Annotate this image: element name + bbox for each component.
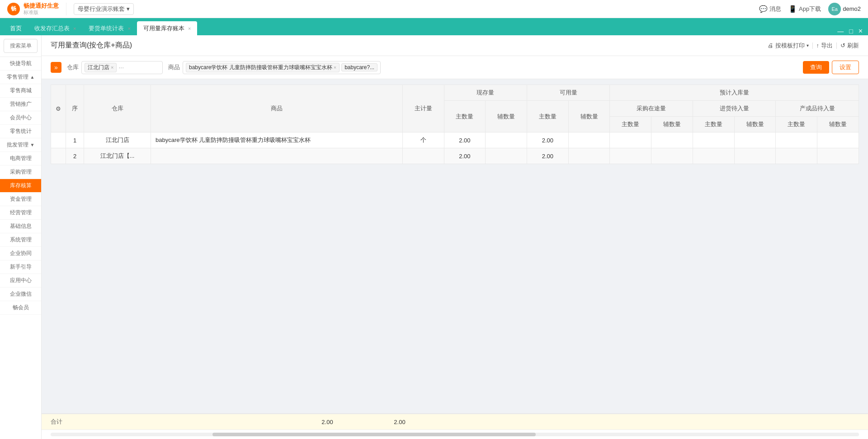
sidebar-item-wholesale[interactable]: 批发管理 ▼ [0, 138, 41, 152]
sidebar-item-appstore[interactable]: 应用中心 [0, 274, 41, 288]
sidebar-item-inventory[interactable]: 库存核算 [0, 179, 41, 193]
sidebar-item-enterprise[interactable]: 企业协同 [0, 247, 41, 260]
industry-select[interactable]: 母婴行业演示账套 ▾ [74, 3, 134, 15]
sidebar-item-vip[interactable]: 畅会员 [0, 301, 41, 315]
footer-label: 合计 [51, 418, 78, 426]
message-btn[interactable]: 💬 消息 [759, 5, 781, 13]
col-pur-pending-aux: 辅数量 [734, 117, 776, 132]
footer-stock-main: 2.00 [309, 419, 345, 425]
row1-warehouse: 江北门店 [84, 132, 151, 148]
col-stock-aux-header: 辅数量 [486, 101, 527, 132]
sidebar-item-ecommerce[interactable]: 电商管理 [0, 152, 41, 165]
export-btn[interactable]: ↑ 导出 [816, 42, 833, 50]
row2-avail-aux [568, 148, 610, 164]
col-product-header: 商品 [151, 85, 403, 132]
sidebar-item-wechat[interactable]: 企业微信 [0, 288, 41, 301]
col-settings-header[interactable]: ⚙ [51, 85, 66, 132]
content-area: 可用量查询(按仓库+商品) 🖨 按模板打印 ▾ ↑ 导出 ↺ 刷新 [42, 35, 868, 439]
search-menu-btn[interactable]: 搜索菜单 [4, 39, 38, 53]
nav-window-actions: — □ × [837, 27, 868, 35]
close-window-btn[interactable]: × [859, 27, 863, 35]
table-row: 2 江北门店【... 2.00 2.00 [51, 148, 859, 164]
close-receive-tab[interactable]: × [73, 26, 76, 31]
sidebar-quick-nav[interactable]: 快捷导航 [0, 57, 41, 71]
tab-demand[interactable]: 要货单统计表 × [82, 21, 137, 36]
row1-avail-aux [568, 132, 610, 148]
row2-avail-main: 2.00 [527, 148, 569, 164]
row2-pur-pending-aux [734, 148, 776, 164]
product-tag-1-close[interactable]: × [334, 65, 336, 70]
print-btn[interactable]: 🖨 按模板打印 ▾ [768, 42, 809, 50]
product-tag-1: babycare学饮杯 儿童防摔防撞吸管杯重力球吸嘴杯宝宝水杯 × [186, 63, 340, 72]
row2-no: 2 [66, 148, 84, 164]
app-name: 畅捷通好生意 [24, 2, 59, 9]
col-prod-pending-main: 主数量 [776, 117, 817, 132]
product-tag-2: babycare?... [341, 63, 377, 71]
sidebar-item-purchase[interactable]: 采购管理 [0, 165, 41, 179]
sidebar-item-retail-stats[interactable]: 零售统计 [0, 125, 41, 138]
row2-stock-aux [486, 148, 527, 164]
row1-pur-transit-main [610, 132, 651, 148]
table-footer: 合计 2.00 2.00 [42, 413, 868, 430]
col-warehouse-header: 仓库 [84, 85, 151, 132]
col-pur-transit-main: 主数量 [610, 117, 651, 132]
main-layout: 搜索菜单 快捷导航 零售管理 ▲ 零售商城 营销推广 会员中心 零售统计 批发管… [0, 35, 868, 439]
warehouse-more[interactable]: ··· [118, 64, 124, 71]
product-filter-group: 商品 babycare学饮杯 儿童防摔防撞吸管杯重力球吸嘴杯宝宝水杯 × bab… [168, 61, 381, 74]
filter-area: » 仓库 江北门店 × ··· 商品 babycare学饮杯 儿童防摔防撞吸管杯… [42, 56, 868, 79]
sidebar-item-finance[interactable]: 资金管理 [0, 193, 41, 206]
row1-unit: 个 [402, 132, 444, 148]
sidebar-item-member[interactable]: 会员中心 [0, 111, 41, 125]
footer-cells: 2.00 2.00 [78, 419, 859, 425]
col-pur-pending-header: 进货待入量 [693, 101, 775, 117]
row1-prod-pending-aux [817, 132, 859, 148]
sidebar-item-retail-shop[interactable]: 零售商城 [0, 84, 41, 98]
settings-btn[interactable]: 设置 [832, 61, 859, 74]
warehouse-filter-group: 仓库 江北门店 × ··· [67, 61, 163, 74]
user-name: demo2 [843, 5, 861, 12]
row1-stock-main: 2.00 [444, 132, 486, 148]
app-subtitle: 标准版 [24, 9, 59, 15]
sidebar-item-basic[interactable]: 基础信息 [0, 220, 41, 233]
sidebar-item-operations[interactable]: 经营管理 [0, 206, 41, 220]
close-available-tab[interactable]: × [188, 26, 191, 31]
col-current-stock-header: 现存量 [444, 85, 527, 101]
sidebar-item-retail-mgmt[interactable]: 零售管理 ▲ [0, 71, 41, 84]
maximize-btn[interactable]: □ [849, 28, 853, 35]
tab-receive[interactable]: 收发存汇总表 × [28, 21, 82, 36]
row1-no: 1 [66, 132, 84, 148]
warehouse-input[interactable]: 江北门店 × ··· [81, 61, 163, 74]
refresh-btn[interactable]: ↺ 刷新 [840, 42, 859, 50]
app-download-btn[interactable]: 📱 App下载 [788, 5, 821, 13]
row1-avail-main: 2.00 [527, 132, 569, 148]
col-pur-transit-header: 采购在途量 [610, 101, 693, 117]
row2-pur-pending-main [693, 148, 734, 164]
warehouse-tag-close[interactable]: × [111, 65, 113, 70]
close-demand-tab[interactable]: × [127, 26, 130, 31]
row2-prod-pending-aux [817, 148, 859, 164]
row2-prod-pending-main [776, 148, 817, 164]
data-table: ⚙ 序 仓库 商品 主计量 现存量 可用量 预计入库量 主数量 辅数量 主数量 [51, 85, 859, 164]
row2-pur-transit-main [610, 148, 651, 164]
scroll-bar-wrap [42, 430, 868, 439]
minimize-btn[interactable]: — [837, 28, 844, 35]
col-avail-main-header: 主数量 [527, 101, 569, 132]
col-available-header: 可用量 [527, 85, 610, 101]
sidebar-item-marketing[interactable]: 营销推广 [0, 98, 41, 111]
sidebar-item-system[interactable]: 系统管理 [0, 233, 41, 247]
product-input[interactable]: babycare学饮杯 儿童防摔防撞吸管杯重力球吸嘴杯宝宝水杯 × babyca… [183, 61, 381, 74]
scroll-bar-thumb[interactable] [212, 433, 536, 436]
col-prod-pending-aux: 辅数量 [817, 117, 859, 132]
page-header: 可用量查询(按仓库+商品) 🖨 按模板打印 ▾ ↑ 导出 ↺ 刷新 [42, 35, 868, 56]
tab-home[interactable]: 首页 [4, 21, 28, 36]
tab-available[interactable]: 可用量库存账本 × [137, 21, 197, 36]
app-logo: 畅 [7, 3, 20, 15]
row1-pur-transit-aux [651, 132, 693, 148]
sidebar-item-newbie[interactable]: 新手引导 [0, 260, 41, 274]
col-prod-pending-header: 产成品待入量 [776, 101, 859, 117]
query-btn[interactable]: 查询 [803, 61, 829, 74]
avatar: Ea [828, 3, 841, 15]
page-header-actions: 🖨 按模板打印 ▾ ↑ 导出 ↺ 刷新 [768, 42, 859, 55]
filter-expand-btn[interactable]: » [51, 62, 61, 73]
user-menu[interactable]: Ea demo2 [828, 3, 861, 15]
